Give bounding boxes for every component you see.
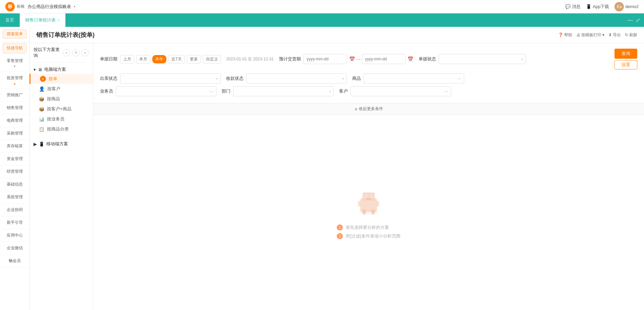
mobile-scheme-title[interactable]: ▶ 📱 移动端方案 xyxy=(30,140,93,148)
date-btn-last-month[interactable]: 上月 xyxy=(120,55,134,63)
svg-point-5 xyxy=(365,195,366,197)
user-profile[interactable]: Ea demo2 xyxy=(614,2,639,11)
settings-button[interactable]: 设置 xyxy=(614,60,637,69)
sidebar-item-operations[interactable]: 经营管理 xyxy=(0,165,29,178)
app-dropdown-arrow[interactable]: ▾ xyxy=(74,5,75,8)
sidebar-item-retail[interactable]: 零售管理 ▼ xyxy=(0,55,29,72)
category-scheme-icon: 📋 xyxy=(39,127,44,132)
avatar: Ea xyxy=(614,2,624,11)
pc-scheme-title[interactable]: ▾ 🖥 电脑端方案 xyxy=(30,65,93,74)
query-button[interactable]: 查询 xyxy=(614,49,637,59)
scheme-item-by-product[interactable]: 📦 按商品 xyxy=(30,94,93,104)
export-button[interactable]: ⬇ 导出 xyxy=(608,32,621,38)
tab-close-icon[interactable]: × xyxy=(58,18,60,22)
message-icon: 💬 xyxy=(565,4,571,9)
customer-select[interactable]: ··· xyxy=(351,86,451,96)
salesperson-dots[interactable]: ··· xyxy=(209,89,213,94)
refresh-button[interactable]: ↻ 刷新 xyxy=(625,32,637,38)
date-separator: — xyxy=(356,57,361,62)
quick-nav-button[interactable]: 快捷导航 xyxy=(3,43,26,53)
sidebar-item-finance[interactable]: 资金管理 xyxy=(0,153,29,165)
help-label: 帮助 xyxy=(564,32,572,38)
scheme-item-by-order[interactable]: ≡ 按单 xyxy=(30,74,93,84)
sidebar-item-system[interactable]: 系统管理 xyxy=(0,191,29,204)
filter-actions: 查询 设置 xyxy=(614,49,637,69)
scheme-add-button[interactable]: + xyxy=(63,49,70,56)
message-button[interactable]: 💬 消息 xyxy=(565,4,581,10)
sidebar-item-app-center[interactable]: 应用中心 xyxy=(0,229,29,242)
enterprise-label: 企业协同 xyxy=(7,207,23,213)
salesperson-select[interactable]: ··· xyxy=(116,86,216,96)
scheme-item-by-customer-product[interactable]: 📦 按客户+商品 xyxy=(30,104,93,114)
date-label: 单据日期 xyxy=(100,56,117,62)
product-select[interactable]: ··· xyxy=(364,73,464,84)
scheme-edit-button[interactable]: ✎ xyxy=(72,49,79,56)
delivery-status-select[interactable]: ▾ xyxy=(120,73,221,84)
customer-dots[interactable]: ··· xyxy=(444,89,448,94)
tab-home[interactable]: 首页 xyxy=(0,13,20,27)
sidebar-item-sales[interactable]: 销售管理 xyxy=(0,102,29,114)
department-filter-label: 部门 xyxy=(222,88,230,94)
tab-active-label: 销售订单统计表 xyxy=(25,17,56,23)
salesperson-scheme-icon: 📊 xyxy=(39,117,44,122)
empty-hint-1: 1 请先选择要分析的方案 xyxy=(337,224,400,230)
sidebar-item-enterprise[interactable]: 企业协同 xyxy=(0,204,29,216)
date-btn-this-year[interactable]: 本年 xyxy=(152,55,166,63)
mobile-icon: 📱 xyxy=(39,142,44,147)
scheme-by-customer-product-label: 按客户+商品 xyxy=(47,106,71,112)
system-label: 系统管理 xyxy=(7,194,23,200)
delivery-status-arrow: ▾ xyxy=(216,77,218,81)
sidebar-item-ecommerce[interactable]: 电商管理 xyxy=(0,114,29,127)
purchase-label: 采购管理 xyxy=(7,131,23,136)
search-menu-button[interactable]: 搜索菜单 xyxy=(3,30,26,39)
customer-product-icon: 📦 xyxy=(39,107,44,112)
minimize-button[interactable]: — xyxy=(628,17,633,23)
scheme-item-by-salesperson[interactable]: 📊 按业务员 xyxy=(30,114,93,124)
sales-label: 销售管理 xyxy=(7,105,23,111)
collapse-button[interactable]: ∧ 收起更多条件 xyxy=(355,106,383,112)
sidebar-item-inventory[interactable]: 库存核算 xyxy=(0,140,29,153)
expected-delivery-start-input[interactable] xyxy=(304,54,347,64)
sidebar-item-member[interactable]: 畅会员 xyxy=(0,255,29,267)
date-btn-more[interactable]: 更多 xyxy=(187,55,201,63)
sidebar-item-wholesale[interactable]: 批发管理 ▲ xyxy=(0,72,29,89)
maximize-button[interactable]: ⤢ xyxy=(636,17,640,23)
expected-delivery-end-input[interactable] xyxy=(362,54,406,64)
scheme-collapse-button[interactable]: « xyxy=(82,49,89,56)
bill-status-select[interactable]: ▾ xyxy=(439,54,526,64)
date-button-group: 上月 本月 本年 近7天 更多 自定义 xyxy=(120,55,221,63)
svg-point-6 xyxy=(371,195,373,197)
scheme-panel: 按以下方案查询 + ✎ « ▾ 🖥 电脑端方案 xyxy=(30,43,93,310)
customer-scheme-icon: 👤 xyxy=(39,86,45,92)
sidebar-search-section: 搜索菜单 xyxy=(0,27,29,42)
svg-rect-10 xyxy=(363,209,366,214)
template-print-button[interactable]: 🖨 按模板打印 ▾ xyxy=(576,32,604,38)
sidebar-item-guide[interactable]: 新手引导 xyxy=(0,216,29,229)
arrow-right-icon: ▶ xyxy=(34,142,37,147)
date-range-text: 2023-01-01 至 2023-12-31 xyxy=(226,56,274,62)
logo-area: 标 标账 xyxy=(5,2,25,11)
sidebar-item-wechat[interactable]: 企业微信 xyxy=(0,242,29,255)
product-dots[interactable]: ··· xyxy=(457,76,461,81)
sidebar-item-purchase[interactable]: 采购管理 xyxy=(0,127,29,140)
sidebar-item-basic-info[interactable]: 基础信息 xyxy=(0,178,29,191)
scheme-item-by-customer[interactable]: 👤 按客户 xyxy=(30,84,93,94)
calendar-end-icon[interactable]: 📅 xyxy=(408,56,413,62)
bill-status-label: 单据状态 xyxy=(419,56,436,62)
calendar-start-icon[interactable]: 📅 xyxy=(349,56,355,62)
date-btn-last-7-days[interactable]: 近7天 xyxy=(168,55,185,63)
app-download-button[interactable]: 📱 App下载 xyxy=(586,4,609,10)
date-btn-custom[interactable]: 自定义 xyxy=(203,55,221,63)
payment-status-select[interactable]: ▾ xyxy=(246,73,347,84)
export-icon: ⬇ xyxy=(608,33,612,37)
sidebar-item-marketing[interactable]: 营销推广 xyxy=(0,89,29,102)
scheme-item-by-category[interactable]: 📋 按商品分类 xyxy=(30,124,93,134)
page-header-actions: ❓ 帮助 🖨 按模板打印 ▾ ⬇ 导出 ↻ 刷新 xyxy=(558,32,637,42)
help-button[interactable]: ❓ 帮助 xyxy=(558,32,572,38)
filter-product: 商品 ··· xyxy=(352,73,464,84)
scheme-panel-header: 按以下方案查询 + ✎ « xyxy=(30,43,93,62)
date-btn-this-month[interactable]: 本月 xyxy=(136,55,150,63)
department-select[interactable]: ▾ xyxy=(233,86,334,96)
nav-tabs: 首页 销售订单统计表 × — ⤢ xyxy=(0,13,644,27)
tab-sales-order-stats[interactable]: 销售订单统计表 × xyxy=(20,13,65,27)
